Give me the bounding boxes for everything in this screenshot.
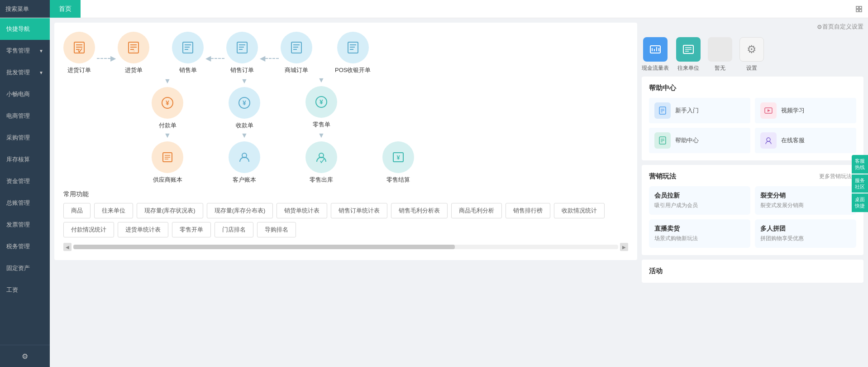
mall-order-label: 商城订单 bbox=[285, 66, 308, 74]
supplier-icon[interactable] bbox=[152, 141, 183, 173]
sidebar-item-xiaochangec[interactable]: 小畅电商 bbox=[0, 83, 50, 105]
down-arrow-6: ▼ bbox=[318, 131, 325, 140]
sidebar-item-ecommerce[interactable]: 电商管理 bbox=[0, 105, 50, 127]
helpcenter-label: 帮助中心 bbox=[675, 136, 699, 145]
func-btn-payment-stat[interactable]: 付款情况统计 bbox=[63, 222, 114, 237]
sidebar-item-retail[interactable]: 零售管理 ▼ bbox=[0, 40, 50, 62]
helpcenter-icon bbox=[654, 132, 671, 149]
func-btn-product-profit[interactable]: 商品毛利分析 bbox=[451, 203, 502, 218]
help-item-beginner[interactable]: 新手入门 bbox=[649, 98, 750, 123]
payment-icon[interactable]: ¥ bbox=[152, 87, 183, 119]
common-func-section: 常用功能 商品 往来单位 现存量(库存状况表) 现存量(库存分布表) 销货单统计… bbox=[63, 190, 628, 237]
func-btn-product[interactable]: 商品 bbox=[63, 203, 91, 218]
flow-diagram: 进货订单 ▶ bbox=[63, 32, 628, 184]
func-grid: 商品 往来单位 现存量(库存状况表) 现存量(库存分布表) 销货单统计表 销售订… bbox=[63, 203, 628, 237]
receipt-icon[interactable]: ¥ bbox=[229, 87, 260, 119]
top-bar: 搜索菜单 首页 bbox=[0, 0, 868, 18]
shortcut-none[interactable]: 暂无 bbox=[708, 37, 732, 72]
scroll-right-btn[interactable]: ▶ bbox=[620, 243, 628, 251]
shortcut-row: 现金流量表 往来单位 暂无 bbox=[642, 37, 863, 72]
float-btn-hotline[interactable]: 客服热线 bbox=[852, 155, 868, 174]
func-btn-receipt-stat[interactable]: 收款情况统计 bbox=[554, 203, 605, 218]
search-menu-btn[interactable]: 搜索菜单 bbox=[0, 0, 50, 18]
gear-icon: ⚙ bbox=[817, 24, 822, 30]
customer-icon[interactable] bbox=[229, 141, 260, 173]
shortcut-cashflow[interactable]: 现金流量表 bbox=[642, 37, 669, 72]
sales-order-node: 销售订单 bbox=[226, 32, 258, 74]
sidebar-item-ledger[interactable]: 总账管理 bbox=[0, 192, 50, 214]
settings-icon[interactable]: ⚙ bbox=[0, 345, 50, 367]
help-item-video[interactable]: 视频学习 bbox=[755, 98, 856, 123]
func-btn-sales-rank[interactable]: 销售排行榜 bbox=[506, 203, 550, 218]
func-btn-stock1[interactable]: 现存量(库存状况表) bbox=[137, 203, 203, 218]
sales-order-label: 销售订单 bbox=[230, 66, 254, 74]
fission-sub: 裂变式发展分销商 bbox=[760, 202, 851, 209]
down-arrow-7: ▼ bbox=[395, 131, 402, 140]
retail-icon[interactable]: ¥ bbox=[305, 86, 337, 118]
scroll-track bbox=[73, 245, 618, 249]
marketing-card: 营销玩法 更多营销玩法 > 会员拉新 吸引用户成为会员 裂变分销 裂变式发展分销… bbox=[642, 165, 863, 255]
sales-order-icon[interactable] bbox=[226, 32, 258, 63]
sidebar-item-wholesale[interactable]: 批发管理 ▼ bbox=[0, 62, 50, 83]
float-btn-desktop[interactable]: 桌面快捷 bbox=[852, 193, 868, 212]
svg-point-62 bbox=[767, 138, 770, 141]
expand-icon[interactable] bbox=[854, 5, 863, 14]
sidebar-item-invoice[interactable]: 发票管理 bbox=[0, 214, 50, 236]
marketing-more-link[interactable]: 更多营销玩法 > bbox=[819, 173, 856, 180]
func-btn-retail-order[interactable]: 零售开单 bbox=[172, 222, 211, 237]
settings-box-icon: ⚙ bbox=[739, 37, 764, 62]
help-item-helpcenter[interactable]: 帮助中心 bbox=[649, 128, 750, 153]
sales-receipt-icon[interactable] bbox=[172, 32, 204, 63]
partners-icon bbox=[676, 37, 701, 62]
scroll-indicator: ◀ ▶ bbox=[63, 243, 628, 251]
customize-header[interactable]: ⚙ 首页自定义设置 bbox=[642, 23, 863, 31]
retail-settle-icon[interactable]: ¥ bbox=[382, 141, 414, 173]
scroll-left-btn[interactable]: ◀ bbox=[63, 243, 72, 251]
purchase-order-icon[interactable] bbox=[63, 32, 95, 63]
quicknav-card: 进货订单 ▶ bbox=[54, 23, 637, 260]
func-btn-guide-rank[interactable]: 导购排名 bbox=[257, 222, 296, 237]
purchase-receipt-icon[interactable]: → bbox=[118, 32, 149, 63]
home-tab[interactable]: 首页 bbox=[50, 0, 81, 18]
mall-order-icon[interactable] bbox=[281, 32, 312, 63]
sidebar-item-finance[interactable]: 资金管理 bbox=[0, 170, 50, 192]
float-btn-community[interactable]: 服务社区 bbox=[852, 174, 868, 193]
func-btn-sales-stat[interactable]: 销货单统计表 bbox=[277, 203, 327, 218]
sidebar-bottom: ⚙ bbox=[0, 345, 50, 367]
svg-marker-57 bbox=[768, 109, 770, 112]
purchase-receipt-node: → 进货单 bbox=[118, 32, 149, 74]
marketing-item-member[interactable]: 会员拉新 吸引用户成为会员 bbox=[649, 186, 750, 215]
main-panel: 进货订单 ▶ bbox=[50, 18, 642, 367]
func-btn-sales-profit[interactable]: 销售毛利分析表 bbox=[391, 203, 448, 218]
livechat-icon bbox=[760, 132, 777, 149]
sidebar-item-inventory[interactable]: 库存核算 bbox=[0, 149, 50, 170]
sidebar-item-tax[interactable]: 税务管理 bbox=[0, 236, 50, 257]
shortcut-partners[interactable]: 往来单位 bbox=[676, 37, 701, 72]
func-btn-store-rank[interactable]: 门店排名 bbox=[215, 222, 253, 237]
marketing-item-fission[interactable]: 裂变分销 裂变式发展分销商 bbox=[755, 186, 856, 215]
chevron-down-icon: ▼ bbox=[39, 70, 43, 75]
marketing-item-group[interactable]: 多人拼团 拼团购物享受优惠 bbox=[755, 219, 856, 248]
arrow-2: ◀ bbox=[204, 54, 226, 74]
sidebar-item-purchase[interactable]: 采购管理 bbox=[0, 127, 50, 149]
purchase-order-label: 进货订单 bbox=[67, 66, 91, 74]
func-btn-stock2[interactable]: 现存量(库存分布表) bbox=[207, 203, 273, 218]
svg-text:¥: ¥ bbox=[166, 99, 169, 106]
sidebar-item-quicknav[interactable]: 快捷导航 bbox=[0, 18, 50, 40]
func-btn-partners[interactable]: 往来单位 bbox=[94, 203, 133, 218]
svg-rect-1 bbox=[859, 6, 862, 9]
top-bar-right bbox=[81, 5, 868, 14]
pos-icon[interactable] bbox=[337, 32, 369, 63]
svg-text:¥: ¥ bbox=[396, 154, 400, 161]
marketing-item-live[interactable]: 直播卖货 场景式购物新玩法 bbox=[649, 219, 750, 248]
sidebar-item-assets[interactable]: 固定资产 bbox=[0, 257, 50, 279]
func-btn-purchase-stat[interactable]: 进货单统计表 bbox=[118, 222, 168, 237]
supplier-label: 供应商账本 bbox=[153, 176, 182, 184]
sidebar-item-salary[interactable]: 工资 bbox=[0, 279, 50, 301]
retail-out-icon[interactable] bbox=[305, 141, 337, 173]
help-item-livechat[interactable]: 在线客服 bbox=[755, 128, 856, 153]
shortcut-settings[interactable]: ⚙ 设置 bbox=[739, 37, 764, 72]
func-btn-sales-order-stat[interactable]: 销售订单统计表 bbox=[331, 203, 387, 218]
sales-receipt-node: 销售单 bbox=[172, 32, 204, 74]
beginner-icon bbox=[654, 102, 671, 119]
